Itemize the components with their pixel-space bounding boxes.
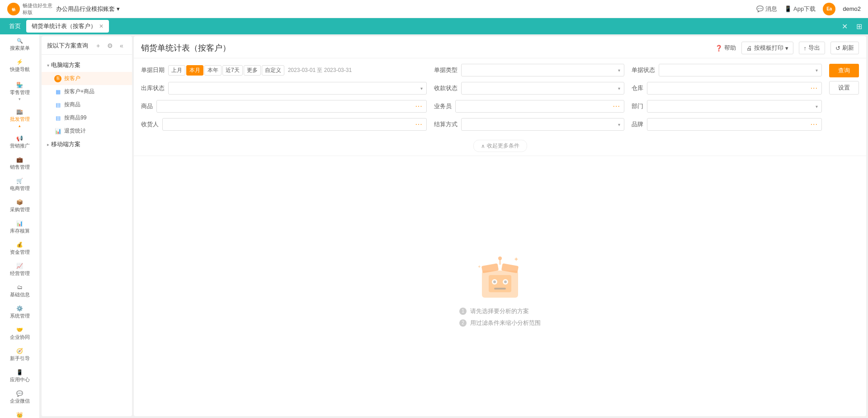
header-left: 畅 畅捷信好生意 标版 办公用品行业模拟账套 ▾	[7, 2, 120, 15]
sidebar-item-appstore[interactable]: 📱 应用中心	[0, 366, 39, 387]
placeholder-step1: 1 请先选择要分析的方案	[459, 307, 529, 315]
basic-icon: 🗂	[17, 284, 23, 290]
return-stat-icon: 📊	[54, 128, 61, 135]
date-btn-last-month[interactable]: 上月	[168, 65, 185, 76]
scheme-settings-btn[interactable]: ⚙	[105, 41, 115, 51]
ecommerce-icon: 🛒	[16, 178, 23, 184]
warehouse-input[interactable]: ···	[647, 82, 822, 95]
retail-icon: 🏪	[16, 82, 23, 88]
download-icon: 📱	[784, 5, 792, 12]
tab-maximize-btn[interactable]: ⊞	[854, 21, 864, 32]
message-action[interactable]: 💬 消息	[756, 5, 777, 13]
date-control: 上月 本月 本年 近7天 更多 自定义 2023-03-01 至 2023-03…	[168, 65, 427, 76]
sidebar-item-guide[interactable]: 🧭 新手引导	[0, 344, 39, 366]
dept-select[interactable]: ▾	[647, 100, 822, 113]
brand-input[interactable]: ···	[647, 118, 822, 131]
tree-item-by-goods-99[interactable]: ▤ 按商品99	[42, 111, 132, 124]
tab-close-window-btn[interactable]: ✕	[839, 21, 850, 32]
date-btn-last7[interactable]: 近7天	[222, 65, 243, 76]
refresh-btn[interactable]: ↺ 刷新	[830, 42, 859, 54]
tree-item-return-stat[interactable]: 📊 退货统计	[42, 124, 132, 138]
placeholder-illustration: ✦ ✦	[468, 246, 532, 300]
filter-warehouse: 仓库 ···	[632, 82, 822, 95]
app-download-action[interactable]: 📱 App下载	[784, 5, 816, 13]
date-btn-this-month[interactable]: 本月	[186, 65, 203, 76]
sidebar-item-sales[interactable]: 💼 销售管理	[0, 153, 39, 174]
filter-receipt-status: 收款状态 ▾	[434, 82, 624, 95]
wholesale-icon: 🏬	[16, 109, 23, 115]
print-dropdown-icon: ▾	[785, 45, 788, 52]
out-status-select[interactable]: ▾	[168, 82, 427, 95]
main-layout: 🔍 搜索菜单 ⚡ 快捷导航 🏪 零售管理 ▾ 🏬 批发管理 ▴ 📢 营销推广 💼…	[0, 34, 868, 418]
filter-panel: 销货单统计表（按客户） ❓ 帮助 🖨 按模板打印 ▾ ↑	[134, 36, 866, 416]
query-btn[interactable]: 查询	[829, 64, 859, 77]
print-btn[interactable]: 🖨 按模板打印 ▾	[741, 42, 793, 54]
receiver-input[interactable]: ···	[162, 118, 427, 131]
tab-sales-stat[interactable]: 销货单统计表（按客户） ✕	[26, 20, 109, 33]
date-btn-custom[interactable]: 自定义	[262, 65, 284, 76]
sidebar-item-basic[interactable]: 🗂 基础信息	[0, 280, 39, 302]
goods-input[interactable]: ···	[156, 100, 427, 113]
filter-brand: 品牌 ···	[632, 118, 822, 131]
sidebar-item-retail[interactable]: 🏪 零售管理 ▾	[0, 78, 39, 105]
receipt-status-select[interactable]: ▾	[461, 82, 624, 95]
filter-right-actions: 查询 设置	[829, 58, 866, 136]
tab-home[interactable]: 首页	[4, 20, 26, 33]
help-icon: ❓	[715, 45, 722, 52]
sales-icon: 💼	[16, 157, 23, 163]
sales-person-label: 业务员	[434, 102, 452, 110]
svg-point-8	[493, 280, 496, 283]
doc-status-arrow: ▾	[816, 68, 818, 73]
collapse-btn[interactable]: ∧ 收起更多条件	[473, 140, 527, 152]
doc-type-select[interactable]: ▾	[461, 64, 624, 76]
doc-status-select[interactable]: ▾	[659, 64, 822, 76]
tab-close-btn[interactable]: ✕	[99, 23, 104, 29]
sidebar-item-marketing[interactable]: 📢 营销推广	[0, 132, 39, 153]
sidebar-item-inventory[interactable]: 📊 库存核算	[0, 217, 39, 238]
tree-group-mobile-header[interactable]: ▸ 移动端方案	[42, 138, 132, 151]
tree-item-by-goods[interactable]: ▤ 按商品	[42, 98, 132, 111]
sidebar-item-system[interactable]: ⚙️ 系统管理	[0, 302, 39, 323]
svg-text:畅: 畅	[12, 8, 15, 12]
app-selector[interactable]: 办公用品行业模拟账套 ▾	[56, 5, 120, 13]
sidebar-item-wechat[interactable]: 💬 企业微信	[0, 387, 39, 408]
tree-item-by-customer-goods[interactable]: ▦ 按客户+商品	[42, 85, 132, 98]
sidebar-item-member[interactable]: 👑 畅会员	[0, 408, 39, 418]
goods-icon: ▤	[54, 101, 61, 109]
sidebar-item-finance[interactable]: 💰 资金管理	[0, 238, 39, 259]
sidebar-item-quicknav[interactable]: ⚡ 快捷导航	[0, 55, 39, 76]
date-label: 单据日期	[141, 66, 165, 74]
page-content: 按以下方案查询 + ⚙ « ▾ 电脑端方案	[40, 34, 868, 418]
scheme-panel: 按以下方案查询 + ⚙ « ▾ 电脑端方案	[42, 36, 132, 416]
mobile-group-label: 移动端方案	[51, 140, 80, 148]
avatar[interactable]: Ea	[823, 3, 835, 15]
sidebar-item-collab[interactable]: 🤝 企业协同	[0, 323, 39, 344]
filter-out-status: 出库状态 ▾	[141, 82, 427, 95]
export-btn[interactable]: ↑ 导出	[799, 42, 826, 54]
sidebar-item-operation[interactable]: 📈 经营管理	[0, 259, 39, 280]
settings-btn[interactable]: 设置	[829, 81, 859, 95]
sidebar-item-wholesale[interactable]: 🏬 批发管理 ▴	[0, 105, 39, 132]
help-action[interactable]: ❓ 帮助	[715, 44, 736, 52]
finance-icon: 💰	[16, 242, 23, 248]
filter-goods: 商品 ···	[141, 100, 427, 113]
sidebar-item-purchase[interactable]: 📦 采购管理	[0, 195, 39, 217]
tree-group-pc-header[interactable]: ▾ 电脑端方案	[42, 58, 132, 72]
date-btn-this-year[interactable]: 本年	[204, 65, 222, 76]
user-name: demo2	[843, 5, 861, 12]
payment-select[interactable]: ▾	[461, 118, 624, 131]
page-title: 销货单统计表（按客户）	[141, 43, 231, 53]
warehouse-dots: ···	[811, 84, 818, 92]
customer-goods-icon: ▦	[54, 88, 61, 95]
sidebar-search[interactable]: 🔍 搜索菜单	[0, 34, 39, 55]
tree-item-by-customer[interactable]: 客 按客户	[42, 72, 132, 85]
scheme-add-btn[interactable]: +	[93, 41, 103, 51]
svg-text:✦: ✦	[477, 264, 481, 269]
receiver-label: 收货人	[141, 120, 159, 128]
date-btn-more[interactable]: 更多	[244, 65, 261, 76]
export-icon: ↑	[804, 45, 807, 52]
scheme-collapse-btn[interactable]: «	[117, 41, 127, 51]
sidebar-item-ecommerce[interactable]: 🛒 电商管理	[0, 174, 39, 195]
goods99-icon: ▤	[54, 114, 61, 122]
sales-person-input[interactable]: ···	[455, 100, 624, 113]
